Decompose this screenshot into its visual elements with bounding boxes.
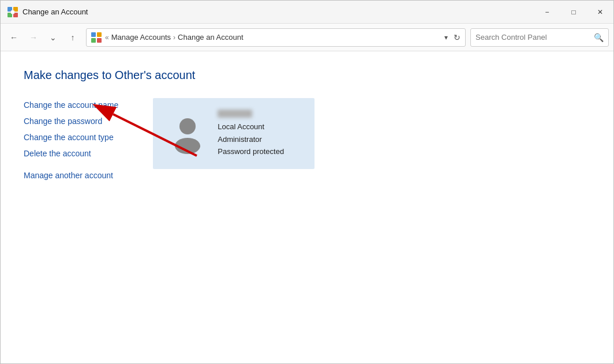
- account-detail-1: Local Account: [218, 121, 284, 133]
- title-bar-left: Change an Account: [8, 7, 88, 17]
- search-box: 🔍: [470, 28, 609, 47]
- account-info: Local Account Administrator Password pro…: [218, 110, 284, 157]
- actions-wrapper: Change the account name Change the passw…: [24, 98, 118, 180]
- address-bar-icon: [91, 32, 102, 43]
- title-bar: Change an Account − □ ✕: [1, 1, 613, 24]
- svg-rect-5: [91, 32, 96, 37]
- page-title: Make changes to Other's account: [24, 69, 590, 82]
- up-button[interactable]: ↑: [64, 29, 81, 46]
- svg-rect-8: [97, 38, 102, 43]
- svg-rect-7: [91, 38, 96, 43]
- close-button[interactable]: ✕: [587, 1, 613, 24]
- manage-another-link[interactable]: Manage another account: [24, 171, 118, 180]
- search-input[interactable]: [476, 33, 590, 42]
- svg-point-12: [175, 138, 200, 154]
- address-chevron-icon[interactable]: ▾: [444, 33, 448, 42]
- window-title: Change an Account: [23, 7, 88, 16]
- search-button[interactable]: 🔍: [594, 33, 604, 42]
- account-name-blurred: [218, 110, 252, 118]
- window: Change an Account − □ ✕ ← → ⌄ ↑ « Manage…: [0, 0, 614, 364]
- breadcrumb: « Manage Accounts › Change an Account: [105, 33, 441, 42]
- window-icon: [8, 7, 18, 17]
- content-body: Change the account name Change the passw…: [24, 98, 590, 180]
- dropdown-button[interactable]: ⌄: [44, 29, 62, 46]
- change-name-link[interactable]: Change the account name: [24, 100, 118, 110]
- svg-rect-6: [97, 32, 102, 37]
- svg-point-4: [11, 10, 15, 14]
- delete-account-link[interactable]: Delete the account: [24, 149, 118, 158]
- change-password-link[interactable]: Change the password: [24, 117, 118, 126]
- avatar-svg: [167, 112, 208, 154]
- account-detail-3: Password protected: [218, 146, 284, 157]
- breadcrumb-current: Change an Account: [178, 33, 243, 42]
- title-controls: − □ ✕: [534, 1, 613, 24]
- maximize-button[interactable]: □: [560, 1, 587, 24]
- account-card: Local Account Administrator Password pro…: [153, 98, 315, 169]
- back-button[interactable]: ←: [5, 29, 23, 46]
- address-bar[interactable]: « Manage Accounts › Change an Account ▾ …: [86, 28, 466, 47]
- change-type-link[interactable]: Change the account type: [24, 133, 118, 142]
- breadcrumb-parent[interactable]: Manage Accounts: [111, 33, 171, 42]
- refresh-icon[interactable]: ↻: [454, 33, 460, 42]
- svg-point-11: [179, 118, 196, 134]
- forward-button[interactable]: →: [25, 29, 42, 46]
- account-detail-2: Administrator: [218, 134, 284, 145]
- actions-list: Change the account name Change the passw…: [24, 98, 118, 180]
- nav-bar: ← → ⌄ ↑ « Manage Accounts › Change an Ac…: [1, 24, 613, 51]
- breadcrumb-separator: ›: [173, 33, 175, 42]
- minimize-button[interactable]: −: [534, 1, 560, 24]
- account-avatar: [167, 112, 208, 154]
- content-area: Make changes to Other's account Change t…: [1, 51, 613, 363]
- breadcrumb-prefix: «: [105, 33, 109, 42]
